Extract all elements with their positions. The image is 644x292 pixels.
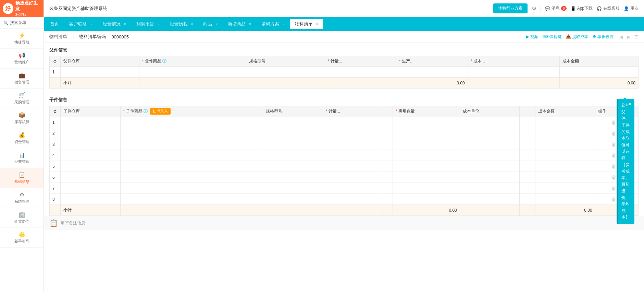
operations-icon: 📊 <box>18 152 25 158</box>
top-header: 装备及固定资产辅助管理系统 体验行业方案 ⚙ 💬 消息 6 📱 App下载 🎧 … <box>44 0 644 17</box>
tab-new-goods[interactable]: 新增商品 × <box>223 19 256 29</box>
child-col-settings[interactable]: ⚙ <box>50 106 61 117</box>
child-row-8: 8 🗑⊕ <box>50 194 639 205</box>
child-section: 子件信息 ⚙ 子件仓库 * 子件商品 ⓘ 扫码录入 规格型号 * 计量... <box>44 93 644 216</box>
enterprise-icon: 🏢 <box>18 211 25 218</box>
parent-section-title: 父件信息 <box>49 47 639 53</box>
delete-row-2-icon[interactable]: 🗑 <box>611 131 616 136</box>
child-col-qty: * 需用数量 <box>393 106 460 117</box>
tab-home[interactable]: 首页 <box>45 19 64 29</box>
close-tab-new-goods[interactable]: × <box>249 22 251 26</box>
search-icon: 🔍 <box>3 21 9 25</box>
parent-col-cost: * 成本... <box>468 56 539 67</box>
sidebar-item-system[interactable]: ⚙ 系统管理 <box>0 188 44 208</box>
shortcut-button[interactable]: ⌨ 快捷键 <box>543 34 562 40</box>
tooltip-popup: ✕ 您的父件、子件的成本取值可以选择【参考成本、最新进价、平均成本】 <box>617 99 634 224</box>
inventory-icon: 📦 <box>18 112 25 118</box>
marketing-icon: 📢 <box>18 52 25 59</box>
purchase-icon: 🛒 <box>18 92 25 98</box>
header-divider <box>541 5 541 12</box>
parent-col-goods: * 父件商品 ⓘ <box>139 56 246 67</box>
try-industry-button[interactable]: 体验行业方案 <box>493 3 528 13</box>
breadcrumb-parent: 物料清单 <box>49 34 67 40</box>
parent-section: 父件信息 ⚙ 父件仓库 * 父件商品 ⓘ 规格型号 * 计量... * 生产..… <box>44 43 644 89</box>
parent-col-warehouse: 父件仓库 <box>61 56 139 67</box>
tab-profit[interactable]: 利润报告 × <box>132 19 164 29</box>
parent-col-unit: * 计量... <box>325 56 396 67</box>
user-menu[interactable]: 👤 用友 <box>624 5 639 11</box>
child-col-unit-cost: 成本单价 <box>460 106 520 117</box>
child-row-6: 6 🗑⊕ <box>50 172 639 183</box>
single-settings-button[interactable]: ⚙ 单据设置 <box>593 34 614 40</box>
sidebar-item-enterprise[interactable]: 🏢 企业协同 <box>0 208 44 228</box>
tooltip-text: 您的父件、子件的成本取值可以选择【参考成本、最新进价、平均成本】 <box>621 103 630 220</box>
page-header: 物料清单 | 物料清单编码 0000005 ▶ 视频 ⌨ 快捷键 📥 提取成本 … <box>44 31 644 43</box>
tab-operations[interactable]: 经营情况 × <box>98 19 131 29</box>
sidebar-logo: 好 畅捷通好生意 标准版 <box>0 0 44 17</box>
sidebar-item-quick-nav[interactable]: ⚡ 快捷导航 <box>0 29 44 49</box>
parent-col-settings[interactable]: ⚙ <box>50 56 61 67</box>
child-col-amount: 成本金额 <box>535 106 595 117</box>
search-menu[interactable]: 🔍 搜索菜单 <box>0 17 44 29</box>
user-icon: 👤 <box>624 6 629 11</box>
sidebar-nav: ⚡ 快捷导航 📢 营销推广 💼 销售管理 🛒 采购管理 📦 库存核算 💰 资金管… <box>0 29 44 292</box>
delete-row-5-icon[interactable]: 🗑 <box>611 164 616 169</box>
delete-row-7-icon[interactable]: 🗑 <box>611 186 616 191</box>
tooltip-bar <box>617 99 618 224</box>
sidebar-item-marketing[interactable]: 📢 营销推广 <box>0 49 44 69</box>
finance-icon: 💰 <box>18 132 25 138</box>
sidebar-item-purchase[interactable]: 🛒 采购管理 <box>0 89 44 108</box>
close-tab-customer[interactable]: × <box>90 22 92 26</box>
extract-cost-button[interactable]: 📥 提取成本 <box>566 34 589 40</box>
close-tab-bom[interactable]: × <box>316 22 318 26</box>
message-button[interactable]: 💬 消息 6 <box>545 5 567 11</box>
delete-row-6-icon[interactable]: 🗑 <box>611 175 616 180</box>
sidebar-item-operations[interactable]: 📊 经营管理 <box>0 148 44 168</box>
sidebar-item-inventory[interactable]: 📦 库存核算 <box>0 108 44 128</box>
page-content: 父件信息 ⚙ 父件仓库 * 父件商品 ⓘ 规格型号 * 计量... * 生产..… <box>44 43 644 292</box>
sidebar-item-guide[interactable]: 🌟 新手引导 <box>0 228 44 248</box>
child-row-4: 4 🗑⊕ <box>50 150 639 161</box>
child-col-spec: 规格型号 <box>263 106 323 117</box>
sidebar-item-finance[interactable]: 💰 资金管理 <box>0 128 44 148</box>
tab-history[interactable]: 经营历程 × <box>165 19 198 29</box>
parent-col-extra <box>539 56 560 67</box>
child-col-warehouse: 子件仓库 <box>61 106 121 117</box>
tab-goods[interactable]: 商品 × <box>198 19 222 29</box>
system-title: 装备及固定资产辅助管理系统 <box>49 5 489 12</box>
gear-button[interactable]: ⚙ <box>532 5 536 12</box>
tab-customer[interactable]: 客户联络 × <box>64 19 97 29</box>
logo-text: 畅捷通好生意 标准版 <box>15 0 41 17</box>
close-tab-profit[interactable]: × <box>158 22 160 26</box>
delete-row-3-icon[interactable]: 🗑 <box>611 142 616 147</box>
download-icon: 📱 <box>571 6 576 11</box>
close-tab-goods[interactable]: × <box>215 22 218 26</box>
system-icon: ⚙ <box>20 191 24 198</box>
child-col-goods: * 子件商品 ⓘ 扫码录入 <box>120 106 263 117</box>
sidebar-item-sales[interactable]: 💼 销售管理 <box>0 69 44 89</box>
doc-number: 0000005 <box>111 34 129 39</box>
delete-row-8-icon[interactable]: 🗑 <box>611 197 616 202</box>
basic-info-icon: 📋 <box>18 172 25 178</box>
tooltip-close-button[interactable]: ✕ <box>628 101 632 107</box>
scan-input-button[interactable]: 扫码录入 <box>150 108 171 115</box>
page-wrapper: 物料清单 | 物料清单编码 0000005 ▶ 视频 ⌨ 快捷键 📥 提取成本 … <box>44 31 644 292</box>
extract-icon: 📥 <box>566 34 571 39</box>
video-button[interactable]: ▶ 视频 <box>526 34 538 40</box>
close-tab-barcode[interactable]: × <box>283 22 285 26</box>
app-download-button[interactable]: 📱 App下载 <box>571 5 593 11</box>
child-col-extra <box>377 106 393 117</box>
online-service-button[interactable]: 🎧 在线客服 <box>597 5 620 11</box>
logo-icon: 好 <box>3 3 13 14</box>
parent-subtotal-row: 小计 0.00 0.00 <box>50 78 639 89</box>
tab-bom[interactable]: 物料清单 × <box>290 19 323 29</box>
delete-row-1-icon[interactable]: 🗑 <box>611 120 616 125</box>
sidebar-item-basic-info[interactable]: 📋 基础信息 <box>0 168 44 188</box>
video-icon: ▶ <box>526 34 529 39</box>
service-icon: 🎧 <box>597 6 602 11</box>
tab-barcode[interactable]: 条码方案 × <box>257 19 289 29</box>
main-area: 装备及固定资产辅助管理系统 体验行业方案 ⚙ 💬 消息 6 📱 App下载 🎧 … <box>44 0 644 292</box>
delete-row-4-icon[interactable]: 🗑 <box>611 153 616 158</box>
close-tab-history[interactable]: × <box>191 22 193 26</box>
close-tab-operations[interactable]: × <box>124 22 126 26</box>
